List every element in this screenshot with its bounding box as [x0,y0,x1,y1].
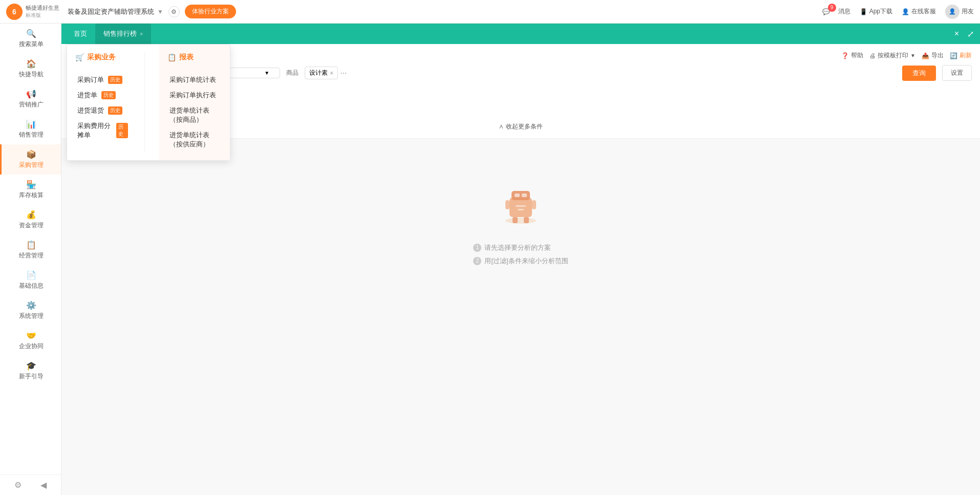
newbie-icon: 🎓 [26,361,36,371]
print-btn[interactable]: 🖨 按模板打印 ▼ [869,51,915,60]
tab-close-icon[interactable]: × [140,31,143,37]
svg-rect-4 [522,193,527,197]
sidebar-item-marketing[interactable]: 📢 营销推广 [0,84,61,114]
online-service-action[interactable]: 👤 在线客服 [902,7,936,16]
tab-home[interactable]: 首页 [66,24,95,44]
sidebar-item-sales[interactable]: 📊 销售管理 [0,114,61,144]
app-download-label: App下载 [869,7,892,16]
operations-icon: 📋 [26,240,36,250]
dropdown-item-purchase-return[interactable]: 进货退货 历史 [75,103,130,118]
finance-icon: 💰 [26,210,36,220]
history-badge-1: 历史 [101,91,116,99]
dropdown-divider [144,53,145,152]
logo-sub: 标准版 [26,12,59,19]
logo-area: 6 畅捷通好生意 标准版 [6,4,68,20]
svg-rect-1 [509,198,532,217]
export-btn[interactable]: 📤 导出 [922,51,944,60]
svg-rect-2 [512,191,530,200]
dropdown-item-report-3[interactable]: 进货单统计表（按商品） [167,103,222,127]
sidebar-item-inventory[interactable]: 🏪 库存核算 [0,175,61,205]
print-icon: 🖨 [869,52,876,59]
reports-col-icon: 📋 [167,53,176,61]
set-btn[interactable]: 设置 [942,65,972,81]
history-badge-3: 历史 [116,123,128,138]
message-label: 消息 [838,7,850,16]
sidebar-item-search[interactable]: 🔍 搜索菜单 [0,24,61,54]
sidebar-item-quick-nav[interactable]: 🏠 快捷导航 [0,54,61,84]
dropdown-item-purchase-cost[interactable]: 采购费用分摊单 历史 [75,118,130,143]
marketing-icon: 📢 [26,89,36,99]
enterprise-icon: 🤝 [26,331,36,340]
svg-rect-3 [515,193,520,197]
tab-close-all-icon[interactable]: × [952,27,961,40]
dropdown-item-purchase-order[interactable]: 采购订单 历史 [75,72,130,88]
reports-col-title: 📋 报表 [167,53,222,66]
reports-col: 📋 报表 采购订单统计表 采购订单执行表 进货单统计表（按商品） 进货单统计表（… [159,45,230,160]
sidebar-settings-btn[interactable]: ⚙ [14,480,22,490]
settings-icon[interactable]: ⚙ [168,6,180,17]
top-header: 6 畅捷通好生意 标准版 装备及固定资产辅助管理系统 ▼ ⚙ 体验行业方案 💬 … [0,0,980,24]
sidebar-collapse-btn[interactable]: ◀ [40,480,47,490]
tab-bar-actions: × ⤢ [952,27,976,41]
logo-text: 畅捷通好生意 [26,4,59,11]
history-badge-0: 历史 [108,76,122,84]
svg-rect-10 [524,217,529,223]
app-download-action[interactable]: 📱 App下载 [860,7,892,16]
sidebar-item-basic-info[interactable]: 📄 基础信息 [0,265,61,295]
history-badge-2: 历史 [108,106,122,115]
product-label: 商品 [286,69,299,77]
svg-rect-9 [513,217,518,223]
refresh-btn[interactable]: 🔄 刷新 [950,51,972,60]
dropdown-item-report-4[interactable]: 进货单统计表（按供应商） [167,127,222,152]
message-action[interactable]: 💬 9 消息 [822,7,850,16]
product-tag-close[interactable]: × [330,70,333,77]
export-icon: 📤 [922,52,929,59]
sidebar-item-operations[interactable]: 📋 经营管理 [0,235,61,265]
dropdown-item-purchase-in[interactable]: 进货单 历史 [75,88,130,103]
sidebar-item-purchase[interactable]: 📦 采购管理 [0,144,61,175]
help-icon: ❓ [841,52,849,59]
refresh-icon: 🔄 [950,52,957,59]
empty-state: 1 请先选择要分析的方案 2 用[过滤]条件来缩小分析范围 [61,139,980,309]
industry-btn[interactable]: 体验行业方案 [185,5,236,18]
avatar: 👤 [945,5,960,19]
collapse-icon: ∧ [499,123,504,130]
tab-sales-rank[interactable]: 销售排行榜 × [95,24,151,44]
help-btn[interactable]: ❓ 帮助 [841,51,863,60]
system-title: 装备及固定资产辅助管理系统 ▼ [68,7,163,16]
query-btn[interactable]: 查询 [902,66,936,81]
sidebar-item-system[interactable]: ⚙️ 系统管理 [0,295,61,326]
header-center: 装备及固定资产辅助管理系统 ▼ ⚙ 体验行业方案 [68,5,822,18]
svg-rect-8 [532,200,536,209]
tab-bar: 首页 销售排行榜 × × ⤢ [61,24,980,44]
purchase-col-icon: 🛒 [75,53,84,61]
filter-actions: ❓ 帮助 🖨 按模板打印 ▼ 📤 导出 🔄 [841,51,972,60]
basic-info-icon: 📄 [26,270,36,280]
hint-item-1: 1 请先选择要分析的方案 [473,241,568,254]
dropdown-item-report-2[interactable]: 采购订单执行表 [167,88,222,103]
sidebar-item-newbie[interactable]: 🎓 新手引导 [0,356,61,386]
purchase-icon: 📦 [26,149,36,159]
sidebar-item-enterprise[interactable]: 🤝 企业协同 [0,326,61,356]
purchase-col-title: 🛒 采购业务 [75,53,130,66]
sidebar: 🔍 搜索菜单 🏠 快捷导航 📢 营销推广 📊 销售管理 📦 采购管理 🏪 库存核… [0,24,61,495]
svg-point-0 [505,218,536,224]
svg-rect-7 [505,200,509,209]
purchase-dropdown: 🛒 采购业务 采购订单 历史 进货单 历史 进货退货 历史 采购费用分摊单 历史 [67,44,230,161]
hint-item-2: 2 用[过滤]条件来缩小分析范围 [473,254,568,268]
sales-icon: 📊 [26,119,36,129]
product-filter-dots[interactable]: ··· [340,69,347,78]
purchase-col: 🛒 采购业务 采购订单 历史 进货单 历史 进货退货 历史 采购费用分摊单 历史 [75,53,130,152]
message-badge: 9 [828,4,836,12]
dropdown-item-report-1[interactable]: 采购订单统计表 [167,72,222,88]
user-action[interactable]: 👤 用友 [945,5,974,19]
inventory-icon: 🏪 [26,180,36,189]
service-icon: 👤 [902,8,909,15]
product-tag: 设计素 × [305,67,338,79]
home-icon: 🏠 [26,59,36,69]
system-icon: ⚙️ [26,300,36,310]
tab-maximize-icon[interactable]: ⤢ [965,27,976,41]
sidebar-item-finance[interactable]: 💰 资金管理 [0,205,61,235]
svg-rect-6 [518,209,524,210]
empty-hints: 1 请先选择要分析的方案 2 用[过滤]条件来缩小分析范围 [473,241,568,268]
